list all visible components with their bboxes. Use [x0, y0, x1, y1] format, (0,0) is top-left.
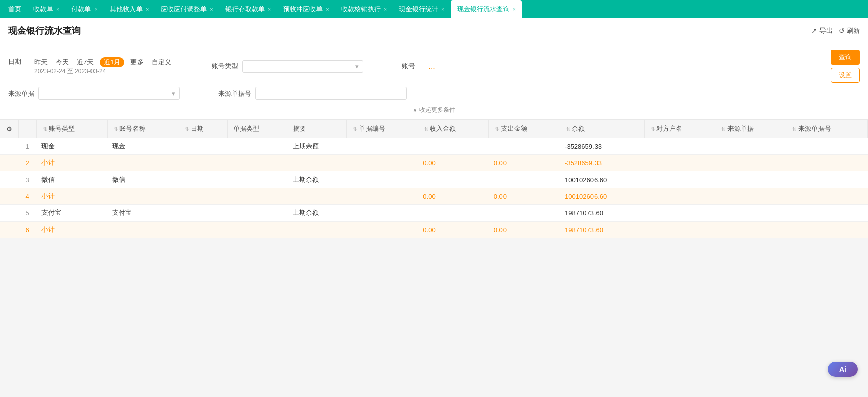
sort-icon: ⇅	[424, 126, 428, 132]
column-date[interactable]: ⇅ 日期	[178, 120, 228, 138]
column-source-doc-no[interactable]: ⇅ 来源单据号	[786, 120, 868, 138]
date-opt-1month[interactable]: 近1月	[100, 57, 124, 67]
column-source-doc[interactable]: ⇅ 来源单据	[715, 120, 786, 138]
row-num: 1	[18, 138, 36, 155]
row-gear-cell	[0, 222, 18, 238]
date-opt-more[interactable]: 更多	[128, 57, 146, 67]
filter-row-1: 日期 昨天 今天 近7天 近1月 更多 自定义 2023-02-24 至 202…	[8, 50, 860, 83]
date-options: 昨天 今天 近7天 近1月 更多 自定义	[32, 57, 173, 67]
date-opt-today[interactable]: 今天	[54, 57, 71, 67]
column-income[interactable]: ⇅ 收入金额	[418, 120, 488, 138]
nav-item-home[interactable]: 首页	[2, 0, 27, 18]
nav-item-cash-stat[interactable]: 现金银行统计 ×	[393, 0, 450, 18]
close-icon[interactable]: ×	[441, 0, 444, 18]
row-expense	[489, 138, 560, 155]
row-account-type: 小计	[36, 155, 107, 171]
account-type-filter-group: 账号类型 ▾	[212, 60, 363, 73]
column-account-type[interactable]: ⇅ 账号类型	[36, 120, 107, 138]
nav-item-payment[interactable]: 付款单 ×	[65, 0, 103, 18]
column-gear[interactable]: ⚙	[0, 120, 18, 138]
row-doc-no	[347, 171, 418, 188]
row-date	[178, 155, 228, 171]
row-doc-type	[228, 155, 288, 171]
row-gear-cell	[0, 188, 18, 205]
nav-receipt-label: 收款单	[33, 0, 53, 18]
source-doc-select[interactable]: ▾	[38, 87, 180, 100]
sort-icon: ⇅	[651, 126, 655, 132]
row-balance: 100102606.60	[560, 188, 644, 205]
row-balance: 19871073.60	[560, 222, 644, 238]
filter-row-2: 来源单据 ▾ 来源单据号	[8, 87, 860, 100]
table-row[interactable]: 3微信微信上期余额100102606.60	[0, 171, 868, 188]
collapse-bar[interactable]: ∧ 收起更多条件	[8, 104, 860, 115]
row-balance: 100102606.60	[560, 171, 644, 188]
nav-item-other-income[interactable]: 其他收入单 ×	[104, 0, 155, 18]
close-icon[interactable]: ×	[326, 0, 329, 18]
nav-cash-flow-label: 现金银行流水查询	[457, 0, 510, 18]
sort-icon: ⇅	[495, 126, 499, 132]
data-table: ⚙ ⇅ 账号类型 ⇅ 账号名称 ⇅ 日期 单据类型 摘要 ⇅ 单据编号 ⇅ 收入…	[0, 120, 868, 238]
source-doc-no-input[interactable]	[255, 87, 407, 100]
row-source-doc-no	[786, 222, 868, 238]
column-expense[interactable]: ⇅ 支出金额	[489, 120, 560, 138]
row-balance: -3528659.33	[560, 138, 644, 155]
nav-item-cash-flow[interactable]: 现金银行流水查询 ×	[451, 0, 522, 18]
column-balance[interactable]: ⇅ 余额	[560, 120, 644, 138]
chevron-down-icon: ▾	[355, 63, 359, 70]
nav-item-receipt[interactable]: 收款单 ×	[27, 0, 65, 18]
close-icon[interactable]: ×	[513, 0, 516, 18]
row-account-type: 小计	[36, 222, 107, 238]
row-income	[418, 171, 488, 188]
page-header: 现金银行流水查询 ↗ 导出 ↺ 刷新	[0, 18, 868, 43]
row-date	[178, 138, 228, 155]
row-summary: 上期余额	[288, 138, 347, 155]
account-dots-button[interactable]: ...	[426, 62, 437, 71]
settings-button[interactable]: 设置	[831, 68, 860, 83]
account-type-select[interactable]: ▾	[242, 60, 363, 73]
collapse-arrow-icon: ∧	[413, 107, 417, 114]
refresh-button[interactable]: ↺ 刷新	[839, 26, 860, 35]
row-num: 3	[18, 171, 36, 188]
row-doc-no	[347, 138, 418, 155]
close-icon[interactable]: ×	[268, 0, 271, 18]
sort-icon: ⇅	[114, 126, 118, 132]
column-num	[18, 120, 36, 138]
query-button[interactable]: 查询	[831, 50, 860, 65]
row-summary	[288, 188, 347, 205]
date-opt-custom[interactable]: 自定义	[150, 57, 173, 67]
row-date	[178, 171, 228, 188]
nav-item-advance[interactable]: 预收冲应收单 ×	[277, 0, 335, 18]
close-icon[interactable]: ×	[384, 0, 387, 18]
close-icon[interactable]: ×	[56, 0, 59, 18]
source-doc-label: 来源单据	[8, 89, 34, 98]
row-counterparty	[644, 171, 715, 188]
table-row[interactable]: 5支付宝支付宝上期余额19871073.60	[0, 205, 868, 222]
close-icon[interactable]: ×	[146, 0, 149, 18]
date-opt-yesterday[interactable]: 昨天	[32, 57, 50, 67]
chevron-down-icon: ▾	[172, 90, 175, 97]
row-account-name	[107, 155, 178, 171]
table-row[interactable]: 4小计0.000.00100102606.60	[0, 188, 868, 205]
date-opt-7days[interactable]: 近7天	[75, 57, 96, 67]
close-icon[interactable]: ×	[210, 0, 213, 18]
table-row[interactable]: 6小计0.000.0019871073.60	[0, 222, 868, 238]
table-row[interactable]: 1现金现金上期余额-3528659.33	[0, 138, 868, 155]
table-body: 1现金现金上期余额-3528659.332小计0.000.00-3528659.…	[0, 138, 868, 238]
column-doc-no[interactable]: ⇅ 单据编号	[347, 120, 418, 138]
export-button[interactable]: ↗ 导出	[811, 26, 833, 35]
row-source-doc-no	[786, 188, 868, 205]
row-account-type: 微信	[36, 171, 107, 188]
row-summary	[288, 222, 347, 238]
column-account-name[interactable]: ⇅ 账号名称	[107, 120, 178, 138]
nav-item-collection[interactable]: 收款核销执行 ×	[335, 0, 393, 18]
column-counterparty[interactable]: ⇅ 对方户名	[644, 120, 715, 138]
collapse-label: 收起更多条件	[419, 106, 455, 114]
row-doc-no	[347, 188, 418, 205]
row-balance: -3528659.33	[560, 155, 644, 171]
nav-item-bank-deposit[interactable]: 银行存取款单 ×	[219, 0, 277, 18]
nav-item-ar-ap-adjust[interactable]: 应收应付调整单 ×	[155, 0, 219, 18]
table-row[interactable]: 2小计0.000.00-3528659.33	[0, 155, 868, 171]
close-icon[interactable]: ×	[94, 0, 97, 18]
row-source-doc	[715, 222, 786, 238]
row-counterparty	[644, 138, 715, 155]
